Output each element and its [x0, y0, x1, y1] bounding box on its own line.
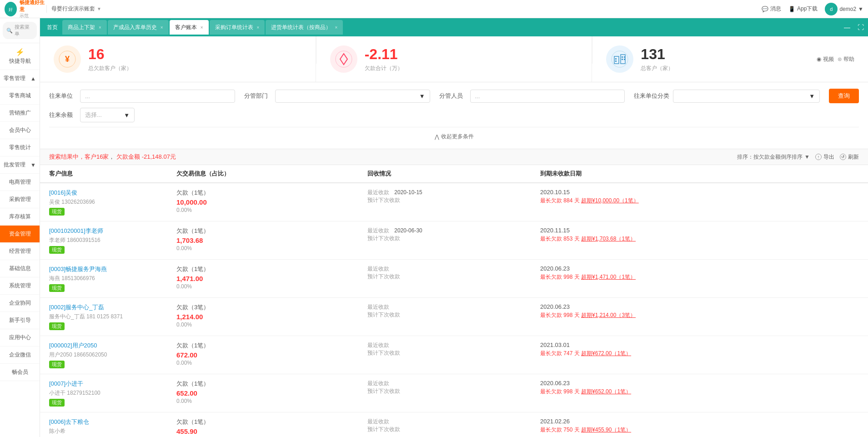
message-button[interactable]: 💬 消息 [762, 5, 781, 13]
debt-amount-6[interactable]: 455.90 [176, 427, 367, 435]
tab-kehuzhanben[interactable]: 客户账本 × [170, 20, 209, 35]
sidebar-item-jingying[interactable]: 经营管理 [0, 243, 40, 260]
overdue-1: 最长欠款 853 天 超期¥1,703.68（1笔） [540, 235, 859, 243]
sidebar-item-kuaijie[interactable]: ⚡ 快捷导航 [0, 43, 40, 70]
sidebar-item-xinshou[interactable]: 新手引导 [0, 312, 40, 329]
table-row: [000002]用户2050 用户2050 18665062050 现货 欠款（… [40, 336, 868, 374]
debt-amount-5[interactable]: 652.00 [176, 389, 367, 397]
export-button[interactable]: ↑ 导出 [815, 153, 834, 161]
sidebar-item-label: 电商管理 [9, 179, 31, 185]
sidebar-item-yingxiao[interactable]: 营销推广 [0, 105, 40, 122]
tab-home[interactable]: 首页 [42, 20, 62, 35]
refresh-button[interactable]: ↺ 刷新 [840, 153, 859, 161]
sidebar-item-xitong[interactable]: 系统管理 [0, 277, 40, 295]
video-link[interactable]: ◉ 视频 [817, 55, 833, 63]
tab-close-icon[interactable]: × [161, 25, 163, 30]
debt-info-0: 欠款（1笔） 10,000.00 0.00% [176, 189, 367, 216]
customer-info-5: [0007]小进干 小进干 18279152100 现货 [49, 380, 176, 407]
filter-input-category[interactable]: ▼ [673, 90, 820, 103]
due-info-1: 2020.11.15 最长欠款 853 天 超期¥1,703.68（1笔） [540, 227, 859, 254]
results-amount-label: 欠款金额 [116, 153, 140, 160]
tab-minimize-icon[interactable]: — [842, 24, 852, 31]
overdue-link-3[interactable]: 超期¥1,214.00（3笔） [581, 312, 636, 318]
customer-name-1[interactable]: [0001020001]李老师 [49, 227, 176, 235]
sidebar-item-huiyuan[interactable]: 会员中心 [0, 122, 40, 139]
customer-name-2[interactable]: [0003]畅捷服务尹海燕 [49, 265, 176, 273]
filter-input-customer[interactable]: ... [80, 90, 235, 103]
debt-amount-2[interactable]: 1,471.00 [176, 275, 367, 282]
customer-tag-0: 现货 [49, 208, 65, 216]
sidebar-item-yingyong[interactable]: 应用中心 [0, 329, 40, 347]
overdue-link-1[interactable]: 超期¥1,703.68（1笔） [581, 236, 636, 242]
overdue-link-4[interactable]: 超期¥672.00（1笔） [581, 350, 631, 357]
sidebar-item-wechat[interactable]: 企业微信 [0, 347, 40, 364]
svg-rect-12 [622, 59, 623, 60]
customer-tag-2: 现货 [49, 284, 65, 292]
col-header-debt: 欠交易信息（占比） [176, 170, 367, 178]
customer-name-6[interactable]: [0006]去下粮仓 [49, 418, 176, 426]
filter-label-customer: 往来单位 [49, 92, 76, 100]
debt-info-5: 欠款（1笔） 652.00 0.00% [176, 380, 367, 407]
tab-close-icon[interactable]: × [201, 25, 203, 30]
debt-info-3: 欠款（3笔） 1,214.00 0.00% [176, 303, 367, 330]
tab-chanpinruku[interactable]: 产成品入库单历史 × [108, 20, 169, 35]
debt-amount-1[interactable]: 1,703.68 [176, 236, 367, 244]
chevron-down-icon: ▼ [97, 6, 101, 11]
sidebar-item-zijin[interactable]: 资金管理 [0, 226, 40, 243]
due-info-3: 2020.06.23 最长欠款 998 天 超期¥1,214.00（3笔） [540, 303, 859, 330]
sidebar-item-jichu[interactable]: 基础信息 [0, 260, 40, 277]
tab-shangpinshangjia[interactable]: 商品上下架 × [62, 20, 107, 35]
filter-input-manager[interactable]: ... [470, 90, 625, 103]
sidebar-item-caigou[interactable]: 采购管理 [0, 191, 40, 208]
sidebar-item-label: 企业协同 [9, 300, 31, 306]
sidebar-item-lingshou[interactable]: 零售管理 ▲ [0, 70, 40, 87]
tab-close-icon[interactable]: × [257, 25, 260, 30]
main-layout: 🔍 搜索菜单 ⚡ 快捷导航 零售管理 ▲ 零售商城 营销推广 [0, 18, 868, 437]
refresh-label: 刷新 [848, 153, 859, 161]
help-link[interactable]: ⊙ 帮助 [838, 55, 854, 63]
debt-amount-0[interactable]: 10,000.00 [176, 198, 367, 206]
customer-name-3[interactable]: [0002]服务中心_丁磊 [49, 303, 176, 311]
tab-caigoudingdan[interactable]: 采购订单统计表 × [210, 20, 265, 35]
filter-select-balance[interactable]: 选择... ▼ [80, 108, 135, 122]
overdue-link-2[interactable]: 超期¥1,471.00（1笔） [581, 274, 636, 280]
debt-amount-4[interactable]: 672.00 [176, 351, 367, 359]
customer-name-4[interactable]: [000002]用户2050 [49, 342, 176, 350]
due-info-4: 2021.03.01 最长欠款 747 天 超期¥672.00（1笔） [540, 342, 859, 368]
tab-close-icon[interactable]: × [335, 25, 337, 30]
tab-close-icon[interactable]: × [99, 25, 101, 30]
svg-rect-13 [624, 56, 625, 58]
debt-amount-3[interactable]: 1,214.00 [176, 313, 367, 321]
customer-tag-5: 现货 [49, 399, 65, 407]
avatar-initial: d [830, 6, 833, 12]
sidebar-item-pifa[interactable]: 批发管理 ▼ [0, 156, 40, 174]
customer-name-0[interactable]: [0016]吴俊 [49, 189, 176, 197]
table-row: [0002]服务中心_丁磊 服务中心_丁磊 181 0125 8371 现货 欠… [40, 298, 868, 336]
table-row: [0001020001]李老师 李老师 18600391516 现货 欠款（1笔… [40, 221, 868, 260]
customer-contact-4: 用户2050 18665062050 [49, 351, 176, 359]
overdue-link-5[interactable]: 超期¥652.00（1笔） [581, 388, 631, 395]
collection-info-4: 最近收款 预计下次收款 [367, 342, 540, 368]
sidebar-search-box[interactable]: 🔍 搜索菜单 [3, 22, 37, 39]
tab-jinhuodan[interactable]: 进货单统计表（按商品） × [266, 20, 343, 35]
collapse-button[interactable]: ⋀ 收起更多条件 [49, 131, 859, 142]
sidebar-item-kucun[interactable]: 库存核算 [0, 208, 40, 226]
overdue-link-0[interactable]: 超期¥10,000.00（1笔） [581, 197, 639, 204]
user-menu[interactable]: d demo2 ▼ [825, 3, 863, 15]
sidebar-item-shangcheng[interactable]: 零售商城 [0, 87, 40, 105]
sort-select[interactable]: 排序：按欠款金额倒序排序 ▼ [737, 153, 810, 161]
sidebar-item-dianshang[interactable]: 电商管理 [0, 174, 40, 191]
search-button[interactable]: 查询 [829, 89, 859, 103]
customer-name-5[interactable]: [0007]小进干 [49, 380, 176, 388]
tab-controls: — ⛶ [842, 24, 866, 31]
sidebar-item-qiyexietong[interactable]: 企业协同 [0, 295, 40, 312]
sidebar-item-lingshoutj[interactable]: 零售统计 [0, 139, 40, 156]
tab-maximize-icon[interactable]: ⛶ [856, 24, 866, 31]
sidebar-item-label: 会员中心 [9, 127, 31, 133]
sidebar-item-changhui[interactable]: 畅会员 [0, 364, 40, 381]
overdue-link-6[interactable]: 超期¥455.90（1笔） [581, 427, 631, 433]
app-download-button[interactable]: 📱 App下载 [788, 5, 818, 13]
filter-input-dept[interactable]: ▼ [275, 90, 430, 103]
app-selector[interactable]: 母婴行业演示账套 ▼ [46, 5, 101, 13]
debt-count-2: 欠款（1笔） [176, 265, 367, 273]
